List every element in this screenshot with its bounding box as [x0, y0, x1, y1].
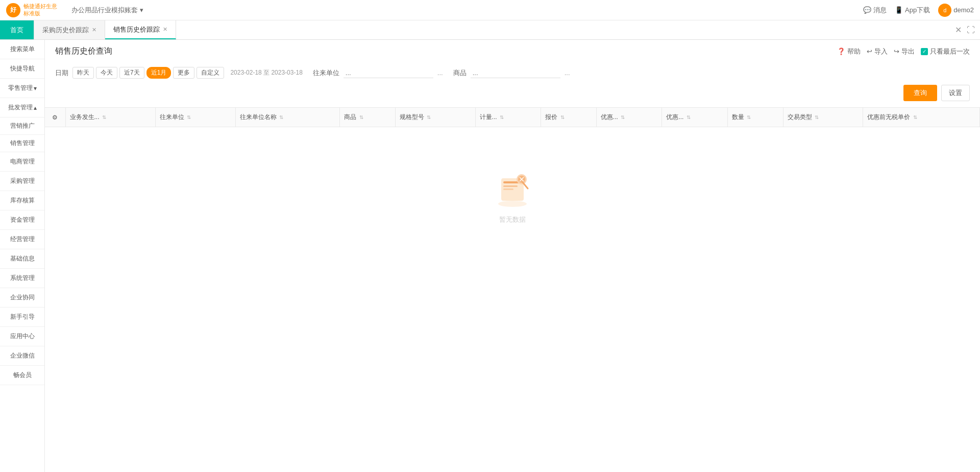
sidebar-item-basics[interactable]: 基础信息: [0, 249, 44, 269]
dropdown-title[interactable]: 办公用品行业模拟账套 ▾: [71, 6, 143, 15]
goods-filter-group: 商品 ...: [453, 68, 570, 78]
goods-dots[interactable]: ...: [565, 69, 570, 77]
export-button[interactable]: ↪ 导出: [894, 47, 915, 56]
date-buttons: 昨天 今天 近7天 近1月 更多 自定义: [72, 67, 224, 79]
goods-input[interactable]: [471, 68, 560, 78]
date-btn-last1month[interactable]: 近1月: [146, 67, 172, 79]
goods-label: 商品: [453, 68, 467, 78]
sort-pre-tax-icon: ⇅: [913, 114, 917, 120]
col-settings[interactable]: ⚙: [45, 108, 65, 127]
top-bar-left: 好 畅捷通好生意 标准版 办公用品行业模拟账套 ▾: [6, 3, 143, 17]
sidebar-item-wholesale-mgmt[interactable]: 批发管理 ▴: [0, 98, 44, 117]
date-btn-yesterday[interactable]: 昨天: [72, 67, 94, 79]
date-btn-last7days[interactable]: 近7天: [119, 67, 144, 79]
sort-partner-name-icon: ⇅: [279, 114, 283, 120]
sidebar-item-ecommerce[interactable]: 电商管理: [0, 152, 44, 172]
sidebar-item-app-center[interactable]: 应用中心: [0, 327, 44, 346]
help-button[interactable]: ❓ 帮助: [837, 47, 861, 56]
col-unit[interactable]: 计量... ⇅: [475, 108, 541, 127]
message-icon: 💬: [863, 6, 871, 14]
table-body: 暂无数据: [45, 127, 980, 266]
content-area: 销售历史价查询 ❓ 帮助 ↩ 导入 ↪ 导出 ✓: [45, 40, 980, 472]
page-header: 销售历史价查询 ❓ 帮助 ↩ 导入 ↪ 导出 ✓: [45, 40, 980, 108]
col-partner-name[interactable]: 往来单位名称 ⇅: [235, 108, 340, 127]
sidebar-item-purchase-mgmt[interactable]: 采购管理: [0, 172, 44, 191]
data-table: ⚙ 业务发生... ⇅ 往来单位 ⇅ 往来单位名称 ⇅: [45, 108, 980, 265]
sidebar: 搜索菜单 快捷导航 零售管理 ▾ 批发管理 ▴ 营销推广 销售管理 电商管理 采…: [0, 40, 45, 472]
sidebar-item-sales-mgmt[interactable]: 销售管理: [0, 135, 44, 152]
sort-goods-icon: ⇅: [359, 114, 363, 120]
tab-sales-close[interactable]: ✕: [163, 26, 167, 33]
sidebar-item-enterprise[interactable]: 企业协同: [0, 288, 44, 308]
sidebar-item-finance[interactable]: 资金管理: [0, 210, 44, 230]
col-pre-tax[interactable]: 优惠前无税单价 ⇅: [863, 108, 980, 127]
tab-home[interactable]: 首页: [0, 20, 34, 39]
col-goods[interactable]: 商品 ⇅: [340, 108, 396, 127]
partner-dots[interactable]: ...: [437, 69, 443, 77]
logo-text: 畅捷通好生意 标准版: [23, 3, 57, 16]
settings-button[interactable]: 设置: [941, 85, 970, 101]
page-title-row: 销售历史价查询 ❓ 帮助 ↩ 导入 ↪ 导出 ✓: [55, 46, 970, 57]
date-filter-group: 日期 昨天 今天 近7天 近1月 更多 自定义 2023-02-18 至 202…: [55, 67, 303, 79]
empty-text: 暂无数据: [499, 215, 526, 224]
col-biz-date[interactable]: 业务发生... ⇅: [65, 108, 156, 127]
filter-row-1: 日期 昨天 今天 近7天 近1月 更多 自定义 2023-02-18 至 202…: [55, 63, 970, 85]
sidebar-item-marketing[interactable]: 营销推广: [0, 117, 44, 135]
tab-bar-actions: ✕ ⛶: [950, 20, 980, 39]
date-btn-custom[interactable]: 自定义: [197, 67, 224, 79]
query-button[interactable]: 查询: [903, 85, 937, 101]
top-bar: 好 畅捷通好生意 标准版 办公用品行业模拟账套 ▾ 💬 消息 📱 App下载 d…: [0, 0, 980, 20]
sidebar-item-operations[interactable]: 经营管理: [0, 230, 44, 249]
table-header-row: ⚙ 业务发生... ⇅ 往来单位 ⇅ 往来单位名称 ⇅: [45, 108, 980, 127]
import-button[interactable]: ↩ 导入: [867, 47, 888, 56]
partner-label: 往来单位: [313, 68, 339, 78]
app-download-button[interactable]: 📱 App下载: [895, 6, 930, 15]
logo-area: 好 畅捷通好生意 标准版: [6, 3, 57, 17]
sort-partner-code-icon: ⇅: [187, 114, 191, 120]
tab-purchase-close[interactable]: ✕: [92, 27, 96, 33]
maximize-button[interactable]: ⛶: [967, 26, 975, 35]
main-layout: 搜索菜单 快捷导航 零售管理 ▾ 批发管理 ▴ 营销推广 销售管理 电商管理 采…: [0, 40, 980, 472]
partner-input[interactable]: [344, 68, 433, 78]
sidebar-item-guide[interactable]: 新手引导: [0, 308, 44, 327]
tab-bar: 首页 采购历史价跟踪 ✕ 销售历史价跟踪 ✕ ✕ ⛶: [0, 20, 980, 40]
sidebar-item-search-menu[interactable]: 搜索菜单: [0, 40, 44, 59]
checkbox-icon: ✓: [921, 48, 928, 55]
wholesale-mgmt-arrow-icon: ▴: [34, 104, 37, 111]
col-trade-type[interactable]: 交易类型 ⇅: [783, 108, 863, 127]
user-menu[interactable]: d demo2: [938, 4, 974, 17]
col-discount1[interactable]: 优惠... ⇅: [596, 108, 662, 127]
dropdown-arrow-icon: ▾: [140, 6, 143, 14]
col-partner-code[interactable]: 往来单位 ⇅: [156, 108, 236, 127]
empty-illustration: [492, 168, 533, 209]
close-all-tabs-button[interactable]: ✕: [955, 25, 962, 35]
message-button[interactable]: 💬 消息: [863, 6, 887, 15]
sidebar-item-member[interactable]: 畅会员: [0, 366, 44, 385]
action-buttons: 查询 设置: [903, 85, 970, 101]
col-discount2[interactable]: 优惠... ⇅: [662, 108, 728, 127]
tab-purchase[interactable]: 采购历史价跟踪 ✕: [34, 20, 105, 39]
empty-state-row: 暂无数据: [45, 127, 980, 266]
sidebar-item-quick-nav[interactable]: 快捷导航: [0, 59, 44, 79]
sort-discount1-icon: ⇅: [621, 114, 625, 120]
sidebar-item-inventory[interactable]: 库存核算: [0, 191, 44, 210]
logo-icon: 好: [6, 3, 20, 17]
sidebar-item-retail-mgmt[interactable]: 零售管理 ▾: [0, 79, 44, 98]
import-icon: ↩: [867, 48, 872, 55]
tab-sales[interactable]: 销售历史价跟踪 ✕: [105, 20, 176, 39]
sort-spec-icon: ⇅: [427, 114, 431, 120]
retail-mgmt-arrow-icon: ▾: [34, 85, 37, 92]
svg-point-0: [498, 201, 527, 207]
sort-qty-icon: ⇅: [747, 114, 751, 120]
help-icon: ❓: [837, 48, 845, 55]
date-btn-more[interactable]: 更多: [173, 67, 194, 79]
sidebar-item-wechat[interactable]: 企业微信: [0, 346, 44, 366]
sidebar-item-system[interactable]: 系统管理: [0, 269, 44, 288]
col-qty[interactable]: 数量 ⇅: [728, 108, 783, 127]
app-icon: 📱: [895, 6, 903, 14]
only-last-checkbox[interactable]: ✓ 只看最后一次: [921, 47, 970, 56]
col-quote[interactable]: 报价 ⇅: [541, 108, 597, 127]
svg-rect-3: [503, 185, 518, 187]
date-btn-today[interactable]: 今天: [96, 67, 117, 79]
col-spec[interactable]: 规格型号 ⇅: [395, 108, 475, 127]
